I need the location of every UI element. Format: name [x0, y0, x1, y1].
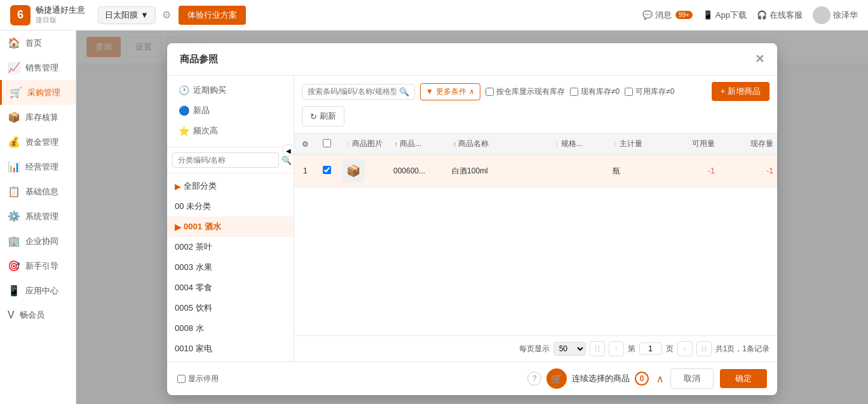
collapse-panel-btn[interactable]: ◀	[282, 144, 294, 157]
search-input[interactable]	[308, 87, 397, 96]
sidebar-label-guide: 新手引导	[25, 260, 58, 272]
tab-new[interactable]: 🔵 新品	[172, 101, 288, 120]
sidebar-item-member[interactable]: V 畅会员	[0, 303, 76, 327]
checkbox-stock-ne0[interactable]: 现有库存≠0	[570, 86, 620, 97]
sidebar-item-operation[interactable]: 📊 经营管理	[0, 154, 76, 179]
table-row[interactable]: 1 📦 000600... 白酒100ml	[294, 155, 777, 187]
sidebar-item-sales[interactable]: 📈 销售管理	[0, 55, 76, 80]
checkbox-available-label: 可用库存≠0	[635, 86, 674, 97]
sidebar-label-basic: 基础信息	[25, 186, 58, 198]
sidebar-item-inventory[interactable]: 📦 库存核算	[0, 105, 76, 130]
category-0004[interactable]: 0004 零食	[167, 278, 294, 298]
page-last-btn[interactable]: ⟩⟩	[696, 341, 712, 356]
page-size-label: 每页显示	[519, 344, 550, 354]
basic-icon: 📋	[8, 185, 20, 198]
page-next-btn[interactable]: ›	[677, 341, 693, 356]
sidebar-item-enterprise[interactable]: 🏢 企业协同	[0, 229, 76, 253]
chevron-up-icon: ∧	[469, 87, 475, 96]
col-checkbox-all[interactable]	[316, 133, 339, 155]
app-download-item[interactable]: 📱 App下载	[703, 10, 747, 21]
checkbox-available-input[interactable]	[625, 88, 633, 96]
sidebar-item-guide[interactable]: 🎯 新手引导	[0, 253, 76, 278]
filter-btn[interactable]: ▼ 更多条件 ∧	[420, 83, 480, 100]
sidebar-item-basic[interactable]: 📋 基础信息	[0, 179, 76, 204]
message-label: 消息	[655, 10, 672, 21]
sidebar-label-home: 首页	[25, 37, 42, 49]
show-disabled-label: 显示停用	[188, 374, 219, 384]
footer-cart: ? 🛒 连续选择的商品 0 ∧	[527, 368, 664, 389]
show-disabled-input[interactable]	[177, 375, 186, 383]
checkbox-warehouse-input[interactable]	[485, 88, 494, 96]
tab-recent[interactable]: 🕐 近期购买	[172, 81, 288, 100]
message-item[interactable]: 💬 消息 99+	[642, 10, 693, 21]
sidebar-item-finance[interactable]: 💰 资金管理	[0, 130, 76, 154]
category-0010[interactable]: 0010 家电	[167, 339, 294, 359]
col-settings[interactable]: ⚙	[294, 133, 316, 155]
category-0008[interactable]: 0008 水	[167, 318, 294, 339]
inventory-icon: 📦	[8, 111, 20, 123]
confirm-btn[interactable]: 确定	[720, 369, 767, 388]
checkbox-stock-label: 现有库存≠0	[581, 86, 620, 97]
gear-icon[interactable]: ⚙	[162, 9, 171, 21]
nav-selector[interactable]: 日太阳膜 ▼	[98, 6, 156, 24]
cancel-btn[interactable]: 取消	[670, 368, 714, 389]
modal-title: 商品参照	[180, 53, 218, 65]
purchase-icon: 🛒	[10, 86, 22, 98]
page-first-btn[interactable]: ⟨⟨	[590, 341, 605, 356]
search-submit-icon[interactable]: 🔍	[399, 87, 409, 97]
row-img-cell: 📦	[338, 155, 390, 187]
row-name: 白酒100ml	[448, 155, 550, 187]
category-00-label: 00 未分类	[175, 201, 211, 212]
page-size-select[interactable]: 50 10 20 100	[553, 342, 586, 356]
help-icon[interactable]: ?	[527, 372, 541, 386]
checkbox-stock-input[interactable]	[570, 88, 578, 96]
close-icon[interactable]: ✕	[755, 52, 764, 66]
col-name-sort-icon: ↕	[453, 140, 456, 147]
system-icon: ⚙️	[8, 210, 20, 222]
guide-icon: 🎯	[8, 260, 20, 272]
sidebar-item-purchase[interactable]: 🛒 采购管理	[0, 80, 76, 105]
refresh-btn[interactable]: ↻ 刷新	[302, 106, 344, 126]
add-product-btn[interactable]: + 新增商品	[712, 82, 770, 101]
category-0001[interactable]: ▶ 0001 酒水	[167, 217, 294, 237]
sidebar-label-enterprise: 企业协同	[25, 236, 58, 247]
sidebar-label-operation: 经营管理	[25, 161, 58, 173]
col-name-header: ↕ 商品名称	[448, 133, 550, 155]
finance-icon: 💰	[8, 136, 20, 148]
message-icon: 💬	[642, 10, 653, 20]
show-disabled-checkbox[interactable]: 显示停用	[177, 374, 219, 384]
experience-btn[interactable]: 体验行业方案	[179, 6, 246, 25]
total-info: 共1页，1条记录	[715, 344, 770, 354]
row-checkbox[interactable]	[323, 166, 331, 174]
sidebar-label-finance: 资金管理	[25, 137, 58, 148]
checkbox-warehouse[interactable]: 按仓库显示现有库存	[485, 86, 565, 97]
select-all-checkbox[interactable]	[323, 139, 331, 147]
pagination: 每页显示 50 10 20 100 ⟨⟨ ‹ 第 页	[294, 335, 777, 361]
sidebar-item-apps[interactable]: 📱 应用中心	[0, 278, 76, 303]
tab-frequent[interactable]: ⭐ 频次高	[172, 121, 288, 140]
category-00[interactable]: 00 未分类	[167, 196, 294, 217]
category-0005[interactable]: 0005 饮料	[167, 298, 294, 318]
enterprise-icon: 🏢	[8, 235, 20, 247]
category-0001-label: 0001 酒水	[184, 221, 221, 232]
cart-icon[interactable]: 🛒	[546, 368, 567, 389]
row-checkbox-cell[interactable]	[316, 155, 339, 187]
apps-icon: 📱	[8, 285, 20, 297]
category-0002[interactable]: 0002 茶叶	[167, 237, 294, 257]
collapse-cart-icon[interactable]: ∧	[656, 373, 664, 385]
page-prev-btn[interactable]: ‹	[609, 341, 624, 356]
search-box: 🔍	[302, 84, 415, 100]
star-icon: ⭐	[179, 126, 189, 136]
online-service-item[interactable]: 🎧 在线客服	[757, 10, 803, 21]
left-panel-tabs: 🕐 近期购买 🔵 新品 ⭐ 频次高	[167, 76, 294, 147]
category-search-input[interactable]	[172, 152, 279, 168]
sidebar-item-system[interactable]: ⚙️ 系统管理	[0, 204, 76, 229]
col-img-sort-icon: ↕	[346, 140, 349, 147]
user-item[interactable]: 徐泽华	[813, 6, 858, 24]
headset-icon: 🎧	[757, 10, 767, 20]
category-0003[interactable]: 0003 水果	[167, 257, 294, 278]
sidebar-item-home[interactable]: 🏠 首页	[0, 30, 76, 55]
page-input[interactable]	[639, 342, 662, 355]
checkbox-available-ne0[interactable]: 可用库存≠0	[625, 86, 674, 97]
category-all[interactable]: ▶ 全部分类	[167, 176, 294, 196]
